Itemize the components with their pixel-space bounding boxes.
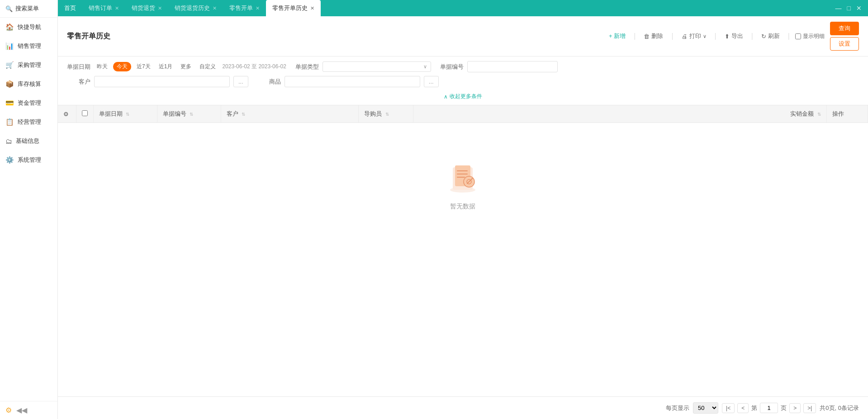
sidebar-item-sys-mgmt[interactable]: ⚙️ 系统管理 [0,151,57,169]
sidebar-item-label: 资金管理 [18,99,41,107]
sidebar-item-sales-mgmt[interactable]: 📊 销售管理 [0,37,57,56]
sidebar-search[interactable]: 🔍 搜索菜单 [0,0,57,18]
th-action: 操作 [826,105,868,123]
page-prefix: 第 [751,404,757,412]
box-icon: 📦 [5,80,14,88]
goods-picker-button[interactable]: ... [424,76,439,87]
print-label: 打印 [689,32,701,40]
th-number[interactable]: 单据编号 ⇅ [157,105,221,123]
th-customer[interactable]: 客户 ⇅ [221,105,358,123]
sidebar-item-purchase-mgmt[interactable]: 🛒 采购管理 [0,56,57,75]
window-close-btn[interactable]: ✕ [854,4,863,13]
sidebar-item-label: 基础信息 [16,137,39,145]
refresh-button[interactable]: ↻ 刷新 [759,30,783,42]
sep2: | [671,32,673,40]
th-date[interactable]: 单据日期 ⇅ [93,105,157,123]
customer-picker-button[interactable]: ... [233,76,248,87]
sidebar-item-ops-mgmt[interactable]: 📋 经营管理 [0,113,57,132]
search-icon: 🔍 [5,5,13,12]
ops-icon: 📋 [5,118,14,126]
th-checkbox[interactable] [76,105,93,123]
tab-sales-return[interactable]: 销货退货 ✕ [125,0,168,16]
th-guide-label: 导购员 [364,110,382,117]
date-yesterday[interactable]: 昨天 [94,62,110,71]
tabs-window-controls: — □ ✕ [834,4,868,13]
type-select[interactable]: ∨ [323,61,431,72]
collapse-row[interactable]: ∧ 收起更多条件 [67,91,859,101]
sort-guide-icon: ⇅ [385,112,389,117]
tab-retail-history-close[interactable]: ✕ [310,5,314,11]
customer-label: 客户 [67,78,90,86]
sidebar-item-finance[interactable]: 💳 资金管理 [0,94,57,113]
per-page-select[interactable]: 50 10 20 100 [693,402,718,414]
th-customer-label: 客户 [227,110,238,117]
th-guide[interactable]: 导购员 ⇅ [358,105,413,123]
sidebar-item-label: 销售管理 [18,42,41,50]
search-field-number: 单据编号 [440,61,558,72]
main-content: 首页 销售订单 ✕ 销货退货 ✕ 销货退货历史 ✕ 零售开单 ✕ 零售开单历史 … [58,0,868,419]
tab-sales-return-history-label: 销货退货历史 [175,4,210,12]
tab-home[interactable]: 首页 [58,0,82,16]
sidebar-item-basic-info[interactable]: 🗂 基础信息 [0,132,57,151]
page-suffix: 页 [781,404,787,412]
tab-sales-return-history-close[interactable]: ✕ [213,5,217,11]
gear-icon: ⚙️ [5,156,14,164]
sort-amount-icon: ⇅ [817,112,821,117]
date-group: 昨天 今天 近7天 近1月 更多 自定义 [94,62,218,71]
date-7days[interactable]: 近7天 [134,62,153,71]
sidebar-item-quick-nav[interactable]: 🏠 快捷导航 [0,18,57,37]
tab-sales-return-close[interactable]: ✕ [158,5,162,11]
date-custom[interactable]: 自定义 [197,62,218,71]
page-input[interactable] [760,403,778,413]
table-header-row: ⚙ 单据日期 ⇅ 单据编号 ⇅ 客户 ⇅ [58,105,868,123]
th-amount[interactable]: 实销金额 ⇅ [413,105,826,123]
tab-home-label: 首页 [64,4,76,12]
sidebar-item-inventory[interactable]: 📦 库存核算 [0,75,57,94]
date-more[interactable]: 更多 [178,62,194,71]
tab-sales-order-label: 销售订单 [89,4,112,12]
delete-button[interactable]: 🗑 删除 [641,30,666,42]
tab-sales-return-history[interactable]: 销货退货历史 ✕ [168,0,223,16]
tab-sales-order[interactable]: 销售订单 ✕ [82,0,125,16]
sep5: | [788,32,790,40]
query-button[interactable]: 查询 [830,22,859,35]
goods-label: 商品 [257,78,281,86]
settings-icon[interactable]: ⚙ [5,406,12,414]
export-label: 导出 [731,32,743,40]
chart-icon: 📊 [5,42,14,50]
sidebar-bottom: ⚙ ◀◀ [0,401,57,419]
show-detail-checkbox[interactable] [795,33,801,39]
date-1month[interactable]: 近1月 [156,62,175,71]
tab-sales-order-close[interactable]: ✕ [115,5,119,11]
number-label: 单据编号 [440,63,464,71]
sidebar: 🔍 搜索菜单 🏠 快捷导航 📊 销售管理 🛒 采购管理 📦 库存核算 💳 资金管… [0,0,58,419]
print-button[interactable]: 🖨 打印 ∨ [679,30,709,42]
customer-input[interactable] [94,76,230,87]
tab-retail-open-close[interactable]: ✕ [256,5,260,11]
date-today[interactable]: 今天 [113,62,131,71]
collapse-icon[interactable]: ◀◀ [16,406,27,414]
goods-input[interactable] [285,76,420,87]
prev-page-button[interactable]: < [737,403,749,413]
show-detail-checkbox-label[interactable]: 显示明细 [795,33,825,40]
next-page-button[interactable]: > [789,403,801,413]
tabs-bar: 首页 销售订单 ✕ 销货退货 ✕ 销货退货历史 ✕ 零售开单 ✕ 零售开单历史 … [58,0,868,16]
select-all-checkbox[interactable] [82,110,88,116]
th-action-label: 操作 [832,110,844,117]
last-page-button[interactable]: >| [803,403,816,413]
cart-icon: 🛒 [5,61,14,69]
window-minimize-btn[interactable]: — [834,4,844,13]
empty-icon [445,159,481,195]
add-button[interactable]: + 新增 [606,30,628,42]
export-button[interactable]: ⬆ 导出 [722,30,746,42]
th-settings[interactable]: ⚙ [58,105,76,123]
tab-retail-history[interactable]: 零售开单历史 ✕ [266,0,321,16]
number-input[interactable] [467,61,558,72]
first-page-button[interactable]: |< [722,403,735,413]
tab-retail-open[interactable]: 零售开单 ✕ [223,0,266,16]
column-settings-icon[interactable]: ⚙ [63,111,69,118]
date-label: 单据日期 [67,63,90,71]
refresh-icon: ↻ [761,33,766,40]
settings-button[interactable]: 设置 [830,37,859,51]
window-restore-btn[interactable]: □ [845,4,853,13]
